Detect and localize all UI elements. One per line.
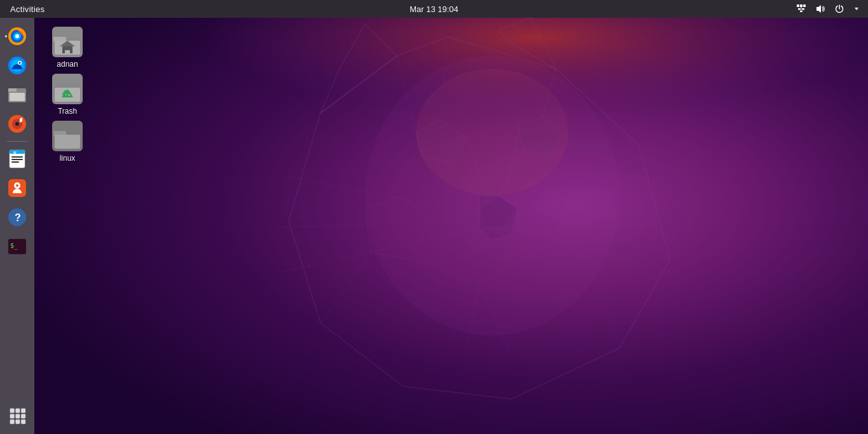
topbar-left: Activities [5,0,50,18]
trash-folder-icon: ♻ [52,74,83,104]
datetime-label: Mar 13 19:04 [410,4,458,14]
svg-rect-41 [21,409,25,413]
svg-rect-2 [803,4,806,7]
power-icon[interactable] [831,3,848,15]
svg-marker-11 [855,8,858,10]
svg-rect-43 [15,414,20,418]
svg-rect-7 [798,10,801,10]
svg-point-83 [416,69,568,196]
svg-rect-39 [10,409,15,413]
svg-rect-0 [797,4,799,7]
svg-rect-9 [801,10,802,11]
svg-rect-40 [15,409,20,413]
svg-marker-10 [816,5,821,13]
svg-rect-42 [10,414,15,418]
svg-rect-6 [801,7,802,9]
svg-rect-47 [21,419,25,424]
svg-text:?: ? [15,212,21,223]
volume-icon[interactable] [812,3,829,15]
dock-item-software[interactable] [4,175,31,201]
topbar-right [793,3,863,15]
svg-rect-44 [21,414,25,418]
topbar: Activities Mar 13 19:04 [0,0,868,18]
dock-item-help[interactable]: ? [4,204,31,231]
desktop-icon-linux[interactable]: linux [42,118,93,165]
dock-item-firefox[interactable] [4,23,31,50]
svg-point-19 [19,62,21,64]
linux-folder-icon [52,121,83,151]
show-apps-button[interactable] [4,402,31,429]
svg-text:W: W [13,151,17,154]
topbar-center: Mar 13 19:04 [410,4,458,14]
wallpaper-illustration [34,18,868,434]
svg-rect-46 [15,419,20,424]
svg-rect-28 [11,156,23,158]
dock-item-terminal[interactable]: $_ [4,233,31,260]
home-icon-label: adnan [57,60,78,69]
svg-rect-94 [55,135,80,149]
svg-rect-21 [8,88,17,92]
desktop: adnan ♻ Trash [34,18,868,434]
home-folder-icon [52,27,83,57]
linux-icon-label: linux [60,154,76,163]
dock-separator [7,141,27,142]
activities-label: Activities [10,4,45,14]
desktop-icon-home[interactable]: adnan [42,24,93,71]
svg-text:♻: ♻ [62,88,70,98]
dock: W ? $_ [0,18,34,434]
activities-button[interactable]: Activities [5,0,50,18]
svg-text:$_: $_ [10,242,18,250]
dock-item-files[interactable] [4,81,31,108]
trash-icon-label: Trash [58,107,77,116]
svg-rect-8 [802,10,805,10]
network-icon[interactable] [793,3,809,15]
svg-rect-30 [11,161,19,163]
desktop-icon-trash[interactable]: ♻ Trash [42,71,93,118]
svg-rect-29 [11,159,23,160]
dock-item-mail[interactable] [4,52,31,79]
dock-item-music[interactable] [4,111,31,137]
svg-rect-27 [10,150,25,154]
dock-item-writer[interactable]: W [4,146,31,172]
svg-rect-1 [800,4,803,7]
system-menu-arrow[interactable] [850,4,863,13]
svg-point-15 [15,34,19,38]
svg-point-25 [15,122,19,126]
svg-rect-22 [10,93,25,101]
svg-point-34 [16,184,18,187]
svg-rect-45 [10,419,15,424]
